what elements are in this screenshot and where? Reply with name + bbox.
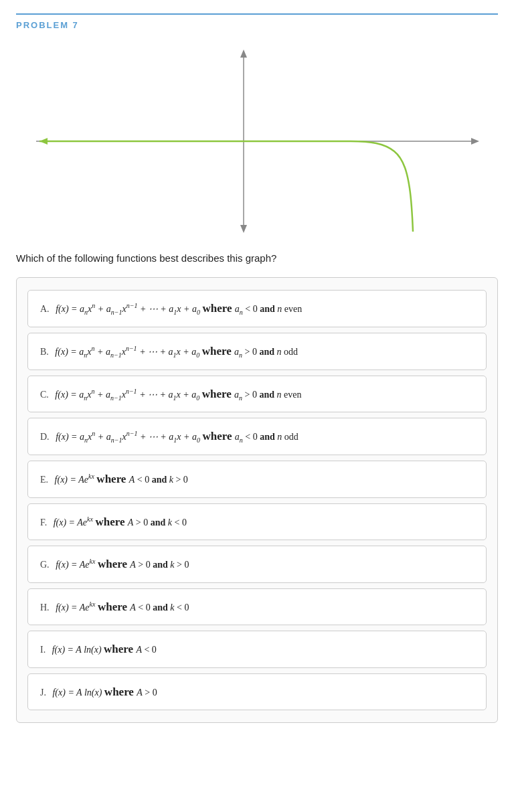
graph-container xyxy=(16,41,498,242)
svg-marker-2 xyxy=(240,225,247,233)
option-i-condition: A < 0 xyxy=(136,645,156,655)
option-b-condition: an > 0 and n odd xyxy=(234,347,298,357)
problem-header: PROBLEM 7 xyxy=(16,13,498,30)
option-d-math: f(x) = anxn + an−1xn−1 + ⋯ + a1x + a0 xyxy=(56,432,202,442)
option-e-math: f(x) = Aekx xyxy=(55,475,97,485)
svg-marker-6 xyxy=(39,138,48,145)
option-i-math: f(x) = A ln(x) xyxy=(52,645,104,655)
options-container: A. f(x) = anxn + an−1xn−1 + ⋯ + a1x + a0… xyxy=(16,277,498,723)
option-c-math: f(x) = anxn + an−1xn−1 + ⋯ + a1x + a0 xyxy=(55,390,201,400)
option-g-label: G. xyxy=(40,560,50,570)
option-b-label: B. xyxy=(40,347,49,357)
option-g[interactable]: G. f(x) = Aekx where A > 0 and k > 0 xyxy=(27,546,487,583)
option-d[interactable]: D. f(x) = anxn + an−1xn−1 + ⋯ + a1x + a0… xyxy=(27,418,487,455)
option-h-label: H. xyxy=(40,602,50,613)
option-f-label: F. xyxy=(40,517,47,527)
option-c-condition: an > 0 and n even xyxy=(234,390,301,400)
question-text: Which of the following functions best de… xyxy=(16,252,498,264)
option-j[interactable]: J. f(x) = A ln(x) where A > 0 xyxy=(27,673,487,711)
option-d-where: where xyxy=(202,430,234,442)
option-h[interactable]: H. f(x) = Aekx where A < 0 and k < 0 xyxy=(27,588,487,626)
option-c[interactable]: C. f(x) = anxn + an−1xn−1 + ⋯ + a1x + a0… xyxy=(27,376,487,413)
option-a-condition: an < 0 and n even xyxy=(235,304,302,314)
option-d-condition: an < 0 and n odd xyxy=(235,432,298,442)
option-f-where: where xyxy=(95,515,127,528)
option-j-math: f(x) = A ln(x) xyxy=(52,687,104,698)
option-a-where: where xyxy=(202,302,234,315)
option-h-where: where xyxy=(98,600,130,613)
option-a-label: A. xyxy=(40,304,50,314)
option-c-label: C. xyxy=(40,390,49,400)
problem-title: PROBLEM 7 xyxy=(16,20,79,30)
option-g-math: f(x) = Aekx xyxy=(56,560,98,570)
option-h-math: f(x) = Aekx xyxy=(56,602,98,613)
option-e-condition: A < 0 and k > 0 xyxy=(129,475,188,485)
option-i-label: I. xyxy=(40,645,46,655)
option-g-where: where xyxy=(98,558,130,570)
option-d-label: D. xyxy=(40,432,50,442)
option-i-where: where xyxy=(104,643,136,655)
option-f-math: f(x) = Aekx xyxy=(54,517,96,527)
svg-marker-4 xyxy=(471,138,479,145)
option-a[interactable]: A. f(x) = anxn + an−1xn−1 + ⋯ + a1x + a0… xyxy=(27,290,487,327)
option-j-label: J. xyxy=(40,687,46,698)
option-j-where: where xyxy=(104,685,137,698)
option-c-where: where xyxy=(202,388,234,400)
option-b-where: where xyxy=(202,345,234,357)
option-e-where: where xyxy=(96,473,128,485)
option-h-condition: A < 0 and k < 0 xyxy=(130,602,189,613)
option-f[interactable]: F. f(x) = Aekx where A > 0 and k < 0 xyxy=(27,503,487,541)
option-b[interactable]: B. f(x) = anxn + an−1xn−1 + ⋯ + a1x + a0… xyxy=(27,333,487,370)
graph-svg xyxy=(29,44,485,238)
svg-marker-1 xyxy=(240,50,247,58)
option-a-math: f(x) = anxn + an−1xn−1 + ⋯ + a1x + a0 xyxy=(56,304,202,314)
option-g-condition: A > 0 and k > 0 xyxy=(130,560,189,570)
option-i[interactable]: I. f(x) = A ln(x) where A < 0 xyxy=(27,631,487,668)
option-f-condition: A > 0 and k < 0 xyxy=(128,517,187,527)
option-e-label: E. xyxy=(40,475,48,485)
option-j-condition: A > 0 xyxy=(137,687,157,698)
option-b-math: f(x) = anxn + an−1xn−1 + ⋯ + a1x + a0 xyxy=(55,347,201,357)
page-container: PROBLEM 7 Which of the following functio… xyxy=(0,0,514,743)
option-e[interactable]: E. f(x) = Aekx where A < 0 and k > 0 xyxy=(27,461,487,498)
